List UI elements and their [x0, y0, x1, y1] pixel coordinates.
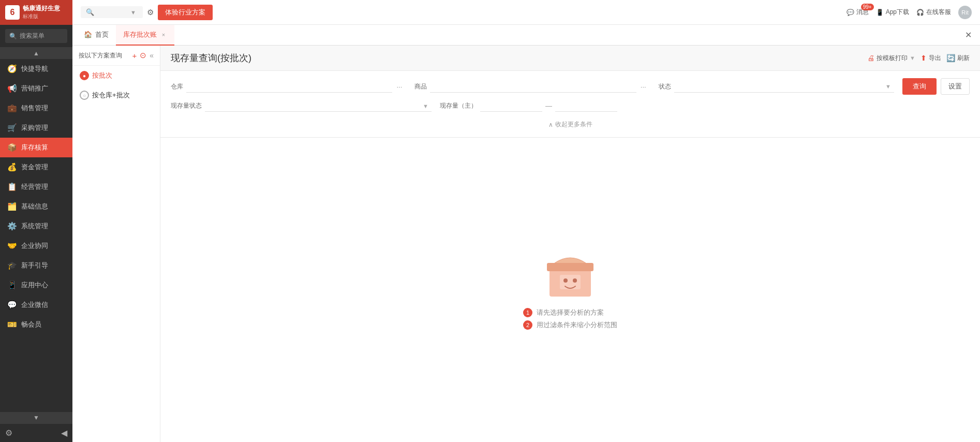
- svg-rect-1: [547, 263, 593, 271]
- filter-stock-qty: 现存量（主） —: [440, 100, 701, 112]
- tab-active-label: 库存批次账: [123, 30, 157, 39]
- operations-icon: 📋: [7, 182, 17, 191]
- message-button[interactable]: 💬 消息 99+: [847, 8, 869, 17]
- sidebar-item-sales[interactable]: 💼 销售管理: [0, 98, 72, 118]
- scheme-active-icon: ●: [80, 71, 89, 80]
- scheme-item-label: 按仓库+批次: [92, 91, 130, 100]
- scheme-panel-header: 按以下方案查询 + ⊙ «: [72, 46, 160, 66]
- page-title: 现存量查询(按批次): [171, 52, 251, 64]
- print-button[interactable]: 🖨 按模板打印 ▼: [867, 54, 915, 63]
- stock-qty-max-input[interactable]: [555, 100, 617, 112]
- sidebar-item-system[interactable]: ⚙️ 系统管理: [0, 216, 72, 236]
- status-select-wrap: ▼: [674, 81, 894, 93]
- page-content: 按以下方案查询 + ⊙ « ● 按批次 ○ 按仓库+批次 现存量查询(按批次): [72, 46, 980, 442]
- app-download-label: App下载: [886, 8, 909, 17]
- sidebar-item-label: 资金管理: [21, 163, 48, 172]
- sidebar-search-button[interactable]: 🔍 搜索菜单: [5, 29, 67, 43]
- scheme-settings-button[interactable]: ⊙: [140, 51, 146, 60]
- page-header-actions: 🖨 按模板打印 ▼ ⬆ 导出 🔄 刷新: [867, 54, 970, 63]
- topbar-right: 💬 消息 99+ 📱 App下载 🎧 在线客服 Rit: [847, 6, 972, 19]
- refresh-button[interactable]: 🔄 刷新: [946, 54, 970, 63]
- sidebar-item-finance[interactable]: 💰 资金管理: [0, 157, 72, 177]
- stock-status-select[interactable]: [205, 100, 432, 112]
- finance-icon: 💰: [7, 163, 17, 172]
- online-service-label: 在线客服: [926, 8, 951, 17]
- scheme-item-by-batch[interactable]: ● 按批次: [72, 66, 160, 85]
- topbar-search-input[interactable]: [97, 9, 128, 16]
- sidebar-item-basics[interactable]: 🗂️ 基础信息: [0, 197, 72, 216]
- status-select[interactable]: [674, 81, 894, 93]
- stock-qty-min-input[interactable]: [480, 100, 542, 112]
- sidebar-item-inventory[interactable]: 📦 库存核算: [0, 138, 72, 157]
- tab-home[interactable]: 🏠 首页: [77, 25, 116, 46]
- sidebar-subtitle: 标准版: [23, 13, 60, 20]
- tabbar: 🏠 首页 库存批次账 × ✕: [72, 25, 980, 46]
- tab-inventory-batch[interactable]: 库存批次账 ×: [116, 25, 174, 46]
- sidebar-item-label: 应用中心: [21, 281, 48, 290]
- export-button[interactable]: ⬆ 导出: [920, 54, 941, 63]
- scheme-item-by-warehouse-batch[interactable]: ○ 按仓库+批次: [72, 85, 160, 105]
- settings-button[interactable]: 设置: [941, 78, 970, 95]
- filter-warehouse: 仓库 ···: [171, 81, 406, 93]
- warehouse-more-button[interactable]: ···: [392, 83, 406, 91]
- warehouse-input[interactable]: [186, 81, 392, 93]
- product-more-button[interactable]: ···: [636, 83, 650, 91]
- empty-hints: 1 请先选择要分析的方案 2 用过滤条件来缩小分析范围: [523, 308, 617, 330]
- sidebar: 6 畅康通好生意 标准版 🔍 搜索菜单 ▲ 🧭 快捷导航 📢 营销推广 💼 销售…: [0, 0, 72, 442]
- member-icon: 🎫: [7, 320, 17, 329]
- headset-icon: 🎧: [916, 9, 924, 16]
- sidebar-item-app-center[interactable]: 📱 应用中心: [0, 275, 72, 295]
- empty-hint-1-text: 请先选择要分析的方案: [537, 308, 604, 317]
- settings-icon: ⚙: [5, 429, 12, 437]
- sidebar-item-purchase[interactable]: 🛒 采购管理: [0, 118, 72, 138]
- sales-icon: 💼: [7, 104, 17, 113]
- sidebar-item-operations[interactable]: 📋 经营管理: [0, 177, 72, 197]
- sidebar-item-member[interactable]: 🎫 畅会员: [0, 315, 72, 334]
- online-service-button[interactable]: 🎧 在线客服: [916, 8, 951, 17]
- scheme-inactive-icon: ○: [80, 91, 89, 100]
- sidebar-scroll-up[interactable]: ▲: [0, 48, 72, 59]
- sidebar-item-marketing[interactable]: 📢 营销推广: [0, 79, 72, 98]
- sidebar-title-wrap: 畅康通好生意 标准版: [23, 5, 60, 20]
- topbar-gear-icon[interactable]: ⚙: [147, 8, 154, 17]
- sidebar-search-label: 搜索菜单: [20, 32, 44, 40]
- stock-qty-label: 现存量（主）: [440, 101, 477, 110]
- scheme-add-button[interactable]: +: [132, 51, 137, 60]
- sidebar-item-quick-nav[interactable]: 🧭 快捷导航: [0, 59, 72, 79]
- filter-stock-status: 现存量状态 ▼: [171, 100, 432, 112]
- inventory-icon: 📦: [7, 143, 17, 152]
- print-dropdown-icon: ▼: [910, 55, 915, 61]
- sidebar-item-wechat[interactable]: 💬 企业微信: [0, 295, 72, 315]
- user-avatar-button[interactable]: Rit: [958, 6, 972, 19]
- collapse-row[interactable]: ∧ 收起更多条件: [171, 117, 970, 132]
- product-input[interactable]: [430, 81, 636, 93]
- newbie-icon: 🎓: [7, 261, 17, 270]
- sidebar-settings-button[interactable]: ⚙: [5, 428, 12, 438]
- sidebar-scroll-down[interactable]: ▼: [0, 412, 72, 423]
- content-area: 现存量查询(按批次) 🖨 按模板打印 ▼ ⬆ 导出 🔄 刷新: [160, 46, 980, 442]
- warehouse-label: 仓库: [171, 82, 183, 91]
- collapse-label: 收起更多条件: [555, 120, 592, 129]
- tab-close-all-button[interactable]: ✕: [961, 30, 976, 40]
- topbar-search-box[interactable]: 🔍 ▼: [81, 6, 143, 18]
- scheme-item-label: 按批次: [92, 71, 112, 80]
- topbar-chevron-icon: ▼: [130, 9, 136, 16]
- app-download-button[interactable]: 📱 App下载: [876, 8, 909, 17]
- sidebar-logo: 6: [5, 5, 20, 20]
- home-icon: 🏠: [84, 31, 92, 38]
- tab-close-button[interactable]: ×: [160, 31, 167, 38]
- empty-hint-2: 2 用过滤条件来缩小分析范围: [523, 320, 617, 330]
- product-label: 商品: [414, 82, 427, 91]
- sidebar-collapse-button[interactable]: ◀: [61, 428, 67, 438]
- scheme-collapse-button[interactable]: «: [150, 51, 154, 60]
- sidebar-item-newbie[interactable]: 🎓 新手引导: [0, 256, 72, 275]
- empty-hint-1: 1 请先选择要分析的方案: [523, 308, 617, 317]
- quick-nav-icon: 🧭: [7, 64, 17, 73]
- sidebar-item-label: 系统管理: [21, 222, 48, 231]
- sidebar-item-enterprise[interactable]: 🤝 企业协同: [0, 236, 72, 256]
- hint-num-2: 2: [523, 320, 532, 330]
- query-button[interactable]: 查询: [902, 78, 937, 95]
- sidebar-item-label: 营销推广: [21, 84, 48, 93]
- trial-button[interactable]: 体验行业方案: [158, 5, 213, 20]
- stock-qty-dash: —: [542, 102, 555, 110]
